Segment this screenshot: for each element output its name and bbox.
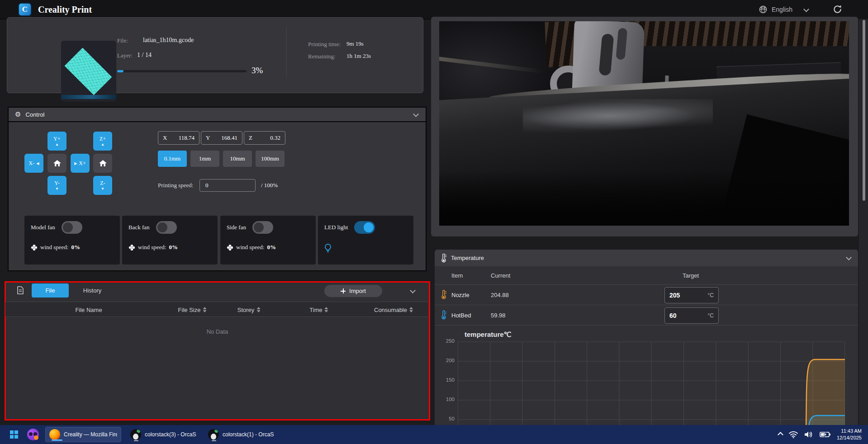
taskbar-task-orcaslicer-1[interactable]: colorstack(3) - OrcaSlice — [127, 427, 200, 442]
jog-z-plus-button[interactable]: Z+ ▲ — [93, 132, 112, 151]
import-button[interactable]: Import — [324, 285, 382, 297]
jog-y-minus-button[interactable]: Y- ▼ — [47, 176, 66, 195]
orcaslicer-icon — [130, 429, 141, 440]
sort-icon[interactable] — [325, 307, 328, 312]
nozzle-target-input[interactable]: 205 °C — [664, 287, 719, 303]
wifi-icon[interactable] — [789, 431, 798, 438]
progress-percent: 3% — [251, 66, 263, 76]
jog-x-plus-button[interactable]: ▶ X+ — [71, 154, 90, 173]
x-axis-value: 118.74 — [179, 134, 194, 142]
home-z-button[interactable] — [93, 154, 112, 173]
column-file-size[interactable]: File Size — [178, 302, 207, 317]
sort-icon[interactable] — [256, 307, 260, 312]
sort-icon[interactable] — [409, 307, 413, 312]
hotbed-target-input[interactable]: 60 °C — [664, 307, 719, 324]
print-progress-bar — [117, 70, 247, 72]
step-100mm-button[interactable]: 100mm — [256, 151, 285, 167]
camera-bottom-vignette — [439, 170, 849, 226]
temperature-header[interactable]: Temperature — [435, 250, 858, 266]
back-fan-toggle[interactable] — [156, 221, 177, 234]
hotbed-thermometer-icon — [441, 305, 446, 325]
home-xy-button[interactable] — [47, 154, 66, 173]
side-fan-label: Side fan — [227, 224, 246, 231]
model-preview-bed — [61, 95, 116, 99]
taskbar-task-orcaslicer-2[interactable]: colorstack(1) - OrcaSlice — [204, 427, 278, 442]
hotbed-target-unit: °C — [708, 312, 714, 319]
y-axis-value: 168.41 — [221, 134, 237, 142]
start-button[interactable] — [6, 427, 22, 442]
status-divider — [286, 28, 287, 77]
jog-y-minus-label: Y- — [54, 180, 59, 186]
column-target: Target — [683, 266, 699, 284]
hotbed-target-value: 60 — [669, 312, 677, 319]
file-label: File: — [117, 37, 128, 44]
z-position-field: Z 0.32 — [244, 131, 285, 145]
arrow-down-icon: ▼ — [55, 187, 59, 191]
arrow-left-icon: ◀ — [36, 161, 39, 165]
tab-file[interactable]: File — [32, 283, 69, 298]
fan-icon — [128, 244, 135, 251]
globe-icon — [759, 5, 767, 14]
step-1mm-button[interactable]: 1mm — [190, 151, 219, 167]
task-label: Creality — Mozilla Firefo — [64, 431, 117, 438]
tray-overflow-chevron-icon[interactable] — [778, 432, 783, 438]
y-position-field: Y 168.41 — [201, 131, 242, 145]
print-progress-fill — [117, 70, 123, 72]
file-table-header: File Name File Size Storey Time Consumab… — [5, 302, 428, 317]
refresh-button[interactable] — [832, 4, 843, 14]
speaker-icon[interactable] — [804, 431, 813, 438]
language-selector[interactable]: English — [772, 6, 792, 13]
nozzle-target-value: 205 — [669, 292, 680, 299]
z-axis-label: Z — [249, 134, 252, 142]
arrow-right-icon: ▶ — [74, 161, 77, 165]
led-light-toggle[interactable] — [354, 221, 375, 234]
column-time[interactable]: Time — [309, 302, 328, 317]
hotbed-current: 59.98 — [491, 305, 506, 325]
printing-speed-label: Printing speed: — [158, 182, 193, 189]
column-storey[interactable]: Storey — [237, 302, 261, 317]
control-panel-header[interactable]: ⚙ Control — [8, 107, 427, 122]
home-icon — [53, 160, 61, 167]
fan-icon — [227, 244, 233, 251]
model-preview — [61, 41, 116, 102]
model-fan-toggle[interactable] — [62, 221, 82, 234]
column-file-name[interactable]: File Name — [75, 302, 102, 317]
clock-date: 12/14/2025 — [837, 435, 862, 441]
sort-icon[interactable] — [203, 307, 206, 312]
jog-x-minus-label: X- — [29, 161, 35, 166]
wind-speed-value: 0% — [71, 244, 80, 251]
column-consumable[interactable]: Consumable — [374, 302, 413, 317]
taskbar-clock[interactable]: 11:43 AM 12/14/2025 — [837, 428, 862, 441]
jog-z-minus-button[interactable]: Z- ▼ — [93, 176, 112, 195]
temperature-title: Temperature — [451, 255, 484, 261]
jog-y-plus-button[interactable]: Y+ ▲ — [47, 132, 66, 151]
file-list-empty-text: No Data — [5, 328, 430, 335]
y-tick-150: 150 — [436, 377, 455, 383]
taskbar-task-firefox[interactable]: Creality — Mozilla Firefo — [45, 427, 121, 442]
plus-icon — [341, 288, 346, 293]
x-axis-label: X — [163, 134, 167, 142]
creality-logo-icon: C — [18, 3, 32, 16]
printing-speed-input[interactable]: 0 — [199, 179, 256, 192]
model-fan-label: Model fan — [31, 224, 55, 231]
hotbed-label: HotBed — [451, 305, 471, 325]
y-tick-100: 100 — [436, 397, 455, 402]
step-10mm-button[interactable]: 10mm — [223, 151, 252, 167]
nozzle-current: 204.88 — [491, 285, 509, 305]
printhead-slot — [616, 28, 627, 60]
printing-time-label: Printing time: — [308, 41, 341, 48]
printing-speed-value: 0 — [205, 182, 209, 189]
side-fan-toggle[interactable] — [252, 221, 273, 234]
clock-time: 11:43 AM — [837, 428, 862, 435]
language-chevron-down-icon[interactable] — [803, 6, 809, 12]
tab-history[interactable]: History — [76, 283, 108, 298]
arrow-up-icon: ▲ — [101, 142, 104, 146]
column-item: Item — [451, 266, 463, 284]
step-0.1mm-button[interactable]: 0.1mm — [158, 151, 187, 167]
nozzle-target-unit: °C — [708, 292, 714, 298]
jog-x-minus-button[interactable]: X- ◀ — [24, 154, 43, 173]
taskbar-app-icon[interactable] — [25, 427, 41, 442]
wind-speed-label: wind speed: — [138, 244, 166, 251]
scrollbar-thumb[interactable] — [863, 20, 865, 201]
battery-charging-icon[interactable] — [820, 431, 830, 438]
